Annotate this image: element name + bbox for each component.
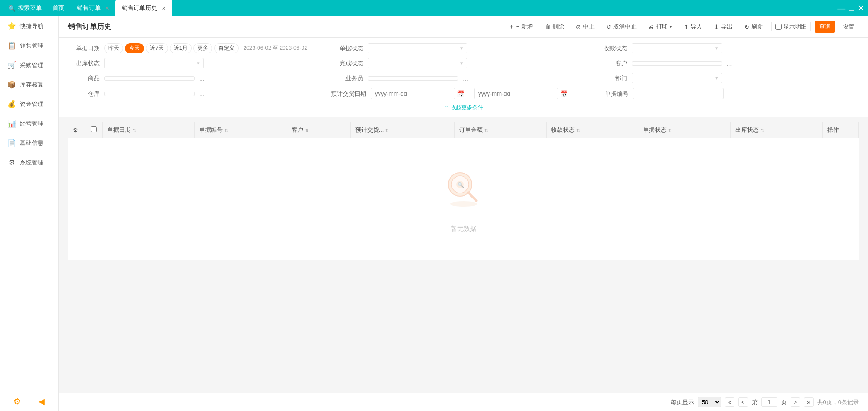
last-page-button[interactable]: »: [804, 397, 813, 407]
page-size-select[interactable]: 50 10 20 100: [698, 397, 721, 407]
sidebar-item-purchase-mgmt[interactable]: 🛒 采购管理: [0, 55, 58, 75]
date-filter-label: 单据日期: [68, 44, 104, 53]
date-7days-btn[interactable]: 近7天: [146, 43, 168, 53]
query-button[interactable]: 查询: [815, 21, 835, 33]
th-checkbox[interactable]: [86, 122, 103, 138]
delivery-status-label: 出库状态: [68, 59, 104, 68]
refresh-button[interactable]: ↻ 刷新: [740, 21, 767, 33]
export-button[interactable]: ⬇ 导出: [710, 21, 737, 33]
goods-value: ...: [104, 75, 331, 82]
th-bill-status-label: 单据状态: [643, 126, 667, 134]
customer-select[interactable]: [632, 61, 722, 66]
delete-label: 删除: [552, 23, 564, 31]
sidebar-item-basic-info-label: 基础信息: [20, 139, 43, 147]
delete-button[interactable]: 🗑 删除: [540, 21, 569, 33]
th-settings[interactable]: ⚙: [68, 122, 86, 138]
warehouse-select[interactable]: [104, 92, 195, 96]
customer-dots[interactable]: ...: [727, 60, 732, 67]
th-bill-status[interactable]: 单据状态 ⇅: [638, 122, 730, 138]
receipt-status-select[interactable]: ▾: [632, 43, 722, 53]
date-1month-btn[interactable]: 近1月: [170, 43, 192, 53]
import-button[interactable]: ⬆ 导入: [679, 21, 707, 33]
date-filter-value: 昨天 今天 近7天 近1月 更多 自定义 2023-06-02 至 2023-0…: [104, 43, 331, 53]
complete-status-select[interactable]: ▾: [368, 58, 467, 68]
th-bill-date[interactable]: 单据日期 ⇅: [103, 122, 195, 138]
collapse-up-icon: ⌃: [444, 105, 449, 111]
export-label: 导出: [721, 23, 733, 31]
th-bill-number[interactable]: 单据编号 ⇅: [195, 122, 287, 138]
sidebar-item-sales-mgmt[interactable]: 📋 销售管理: [0, 36, 58, 55]
tab-sales-order[interactable]: 销售订单 ✕: [71, 0, 115, 16]
expected-date-from[interactable]: [371, 88, 455, 99]
sidebar-item-quick-nav[interactable]: ⭐ 快捷导航: [0, 16, 58, 36]
print-icon: 🖨: [648, 24, 654, 30]
page-input[interactable]: [761, 397, 777, 407]
filter-row-4: 仓库 ... 预计交货日期 📅 — 📅: [68, 88, 859, 99]
print-button[interactable]: 🖨 打印 ▾: [644, 21, 676, 33]
sidebar-item-operations-label: 经营管理: [20, 120, 43, 128]
sidebar-item-inventory[interactable]: 📦 库存核算: [0, 75, 58, 94]
bill-status-select[interactable]: ▾: [368, 43, 467, 53]
date-range-text: 2023-06-02 至 2023-06-02: [243, 44, 307, 52]
tab-sales-order-close[interactable]: ✕: [105, 5, 109, 11]
expected-date-group: 📅 — 📅: [371, 88, 568, 99]
next-page-button[interactable]: >: [791, 397, 801, 407]
refresh-label: 刷新: [751, 23, 763, 31]
close-window-icon[interactable]: ✕: [858, 3, 864, 13]
th-expected-delivery[interactable]: 预计交货... ⇅: [350, 122, 454, 138]
sort-bill-number-icon: ⇅: [225, 128, 228, 133]
bill-number-label: 单据编号: [597, 90, 633, 98]
sidebar-item-system[interactable]: ⚙ 系统管理: [0, 153, 58, 172]
th-customer[interactable]: 客户 ⇅: [287, 122, 350, 138]
sidebar-settings-icon[interactable]: ⚙: [14, 396, 21, 406]
settings-icon[interactable]: ⚙: [73, 127, 78, 134]
query-label: 查询: [819, 23, 831, 31]
calendar-to-icon[interactable]: 📅: [560, 90, 568, 97]
sidebar-item-basic-info[interactable]: 📄 基础信息: [0, 133, 58, 153]
stop-button[interactable]: ⊘ 中止: [571, 21, 599, 33]
maximize-icon[interactable]: □: [849, 4, 854, 13]
show-detail-checkbox[interactable]: [775, 24, 782, 30]
date-today-btn[interactable]: 今天: [125, 43, 144, 53]
complete-status-label: 完成状态: [331, 59, 368, 68]
salesperson-dots[interactable]: ...: [463, 75, 468, 82]
table-header-row: ⚙ 单据日期 ⇅ 单据编号: [68, 122, 859, 138]
department-arrow: ▾: [715, 75, 718, 81]
new-button[interactable]: ＋ + 新增: [504, 21, 537, 33]
search-menu[interactable]: 🔍 搜索菜单: [4, 4, 46, 12]
department-select[interactable]: ▾: [632, 73, 722, 83]
show-detail-label[interactable]: 显示明细: [775, 23, 807, 31]
goods-dots[interactable]: ...: [199, 75, 205, 82]
cancel-stop-button[interactable]: ↺ 取消中止: [602, 21, 641, 33]
sidebar-item-operations[interactable]: 📊 经营管理: [0, 114, 58, 133]
th-delivery-status[interactable]: 出库状态 ⇅: [730, 122, 822, 138]
calendar-from-icon[interactable]: 📅: [457, 90, 465, 97]
prev-page-button[interactable]: <: [738, 397, 748, 407]
th-order-amount[interactable]: 订单金额 ⇅: [454, 122, 546, 138]
salesperson-select[interactable]: [368, 76, 458, 81]
expected-date-to[interactable]: [474, 88, 558, 99]
sidebar-item-finance[interactable]: 💰 资金管理: [0, 94, 58, 114]
date-more-btn[interactable]: 更多: [193, 43, 212, 53]
bill-number-input[interactable]: [633, 88, 724, 99]
tab-sales-order-history-close[interactable]: ✕: [162, 5, 166, 11]
settings-button[interactable]: 设置: [838, 21, 859, 33]
date-custom-btn[interactable]: 自定义: [214, 43, 239, 53]
sidebar-item-sales-mgmt-label: 销售管理: [20, 42, 43, 50]
sort-expected-delivery-icon: ⇅: [385, 128, 389, 133]
collapse-row[interactable]: ⌃ 收起更多条件: [68, 104, 859, 111]
first-page-button[interactable]: «: [725, 397, 734, 407]
sidebar-collapse-icon[interactable]: ◀: [38, 396, 45, 406]
goods-select[interactable]: [104, 76, 195, 81]
tab-sales-order-history[interactable]: 销售订单历史 ✕: [115, 0, 172, 16]
goods-label: 商品: [68, 74, 104, 82]
purchase-mgmt-icon: 🛒: [7, 61, 16, 69]
delivery-status-select[interactable]: ▾: [104, 58, 204, 68]
date-yesterday-btn[interactable]: 昨天: [104, 43, 123, 53]
warehouse-dots[interactable]: ...: [199, 90, 205, 97]
th-receipt-status[interactable]: 收款状态 ⇅: [547, 122, 638, 138]
finance-icon: 💰: [7, 100, 16, 108]
tab-home[interactable]: 首页: [46, 0, 71, 16]
minimize-icon[interactable]: —: [837, 4, 845, 13]
select-all-checkbox[interactable]: [91, 126, 97, 132]
